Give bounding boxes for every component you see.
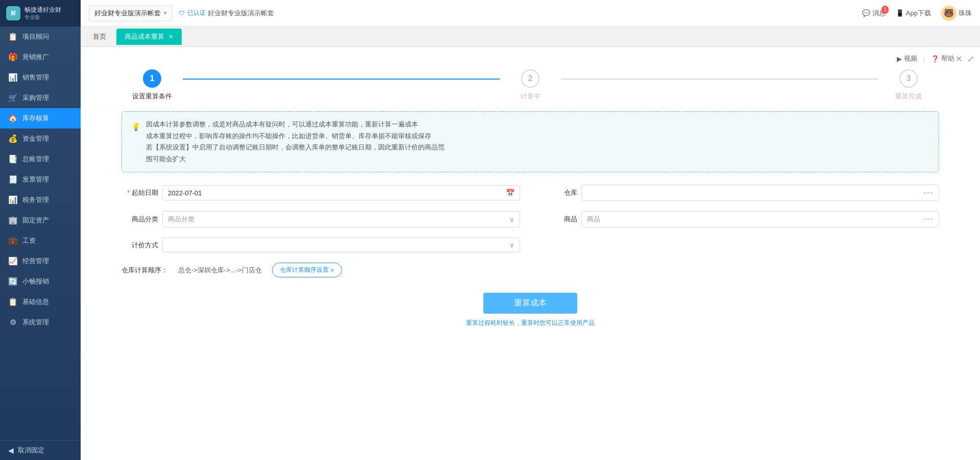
sidebar-label-assets: 固定资产 [22,216,49,225]
start-date-value: 2022-07-01 [168,189,506,197]
sidebar-label-marketing: 营销推广 [22,53,49,62]
pricing-chevron-icon: ∨ [509,241,514,249]
shield-icon: 🛡 [179,10,185,17]
calendar-icon[interactable]: 📅 [506,189,514,197]
sidebar-item-sales[interactable]: 📊 销售管理 [0,67,81,88]
start-date-label: 起始日期 [121,188,162,197]
sidebar-icon-marketing: 🎁 [8,53,17,62]
video-link[interactable]: ▶ 视频 [897,54,917,63]
message-icon: 💬 [862,9,870,17]
sidebar-label-invoice: 发票管理 [22,175,49,184]
sidebar-icon-inventory: 🏠 [8,114,17,123]
category-placeholder: 商品分类 [168,215,194,224]
step-2-circle: 2 [521,69,540,88]
sidebar-item-ops[interactable]: 📈 经营管理 [0,251,81,271]
sidebar-item-assets[interactable]: 🏢 固定资产 [0,210,81,231]
product-input[interactable]: 商品 ··· [581,211,939,227]
sidebar-item-marketing[interactable]: 🎁 营销推广 [0,47,81,67]
sidebar: 财 畅捷通好业财 专业版 📋 项目顾问 🎁 营销推广 📊 销售管理 🛒 采购管理… [0,0,81,460]
sidebar-icon-payroll: 💼 [8,236,17,245]
pricing-select[interactable]: ∨ [162,238,520,252]
sidebar-icon-tax: 📊 [8,195,17,205]
sidebar-icon-finance: 💰 [8,134,17,143]
notification-badge: 1 [881,6,889,14]
sidebar-item-tax[interactable]: 📊 税务管理 [0,190,81,210]
topbar-actions: 💬 消息 1 📱 App下载 🐻 珠珠 [862,6,972,21]
close-window-button[interactable]: ✕ [955,54,962,64]
user-name: 珠珠 [959,9,972,18]
verified-text: 已认证 [187,9,206,17]
help-label: 帮助 [941,54,954,63]
unpin-label: 取消固定 [18,446,44,455]
tab-home[interactable]: 首页 [85,29,114,45]
app-download-label: App下载 [906,9,931,18]
app-download-button[interactable]: 📱 App下载 [896,9,931,18]
sidebar-label-finance: 资金管理 [22,134,49,143]
expand-window-button[interactable]: ⤢ [967,54,974,64]
warehouse-order-row: 仓库计算顺序： 总仓->深圳仓库->...->门店仓 仓库计算顺序设置 > [121,263,939,277]
step-connector-1 [183,79,500,80]
step-1: 1 设置重算条件 [121,69,183,101]
start-date-input[interactable]: 2022-07-01 📅 [162,185,520,200]
form-row-1: 起始日期 2022-07-01 📅 仓库 ··· [121,185,939,201]
form-row-3: 计价方式 ∨ [121,238,939,252]
sidebar-icon-invoice: 🧾 [8,175,17,184]
warehouse-input[interactable]: ··· [581,185,939,201]
sidebar-item-project[interactable]: 📋 项目顾问 [0,27,81,47]
help-link[interactable]: ❓ 帮助 [931,54,954,63]
product-label: 商品 [541,215,581,224]
account-selector-chevron: ▾ [164,10,167,16]
recalculate-button[interactable]: 重算成本 [483,293,577,314]
warehouse-field: 仓库 ··· [541,185,939,201]
start-date-field: 起始日期 2022-07-01 📅 [121,185,520,200]
app-logo-icon: 财 [6,6,20,20]
sidebar-label-expense: 小畅报销 [22,277,49,286]
sidebar-icon-ledger: 📑 [8,155,17,164]
sidebar-label-system: 系统管理 [22,318,49,327]
sidebar-label-ledger: 总账管理 [22,155,49,164]
sidebar-item-inventory[interactable]: 🏠 库存核算 [0,108,81,129]
category-select[interactable]: 商品分类 ∨ [162,211,520,227]
sidebar-label-inventory: 库存核算 [22,114,49,123]
sidebar-icon-purchase: 🛒 [8,93,17,103]
tab-recalc[interactable]: 商品成本重算 ✕ [116,29,182,45]
category-chevron-icon: ∨ [509,216,514,223]
sidebar-icon-expense: 🔄 [8,277,17,286]
sidebar-label-payroll: 工资 [22,236,36,245]
tab-recalc-close[interactable]: ✕ [168,33,174,40]
step-2: 2 计算中 [500,69,561,101]
window-controls: ✕ ⤢ [955,54,974,64]
sidebar-item-ledger[interactable]: 📑 总账管理 [0,149,81,169]
tabbar: 首页 商品成本重算 ✕ [81,27,980,47]
product-dots-icon: ··· [924,215,934,224]
sidebar-item-invoice[interactable]: 🧾 发票管理 [0,169,81,190]
sidebar-item-basic[interactable]: 📋 基础信息 [0,292,81,312]
sidebar-label-ops: 经营管理 [22,257,49,266]
sidebar-item-system[interactable]: ⚙ 系统管理 [0,312,81,333]
sidebar-item-payroll[interactable]: 💼 工资 [0,231,81,251]
topbar: 好业财专业版演示帐套 ▾ 🛡 已认证 好业财专业版演示帐套 💬 消息 1 📱 A… [81,0,980,27]
warehouse-label: 仓库 [541,188,581,197]
sidebar-label-sales: 销售管理 [22,73,49,82]
sidebar-item-finance[interactable]: 💰 资金管理 [0,129,81,149]
account-selector[interactable]: 好业财专业版演示帐套 ▾ [89,5,173,21]
sidebar-icon-assets: 🏢 [8,216,17,225]
content-top-actions: ▶ 视频 | ❓ 帮助 [897,54,954,63]
warehouse-dots-icon: ··· [924,188,934,197]
info-text: 因成本计算参数调整，或是对商品成本有疑问时，可以通过成本重算功能，重新计算一遍成… [146,119,445,165]
user-avatar: 🐻 [941,6,957,21]
pricing-label: 计价方式 [121,241,162,250]
warehouse-order-label: 仓库计算顺序： [121,266,172,275]
sidebar-unpin-button[interactable]: ◀ 取消固定 [0,440,81,460]
message-button[interactable]: 💬 消息 1 [862,9,886,18]
topbar-account-name: 好业财专业版演示帐套 [208,9,274,18]
warehouse-order-settings-button[interactable]: 仓库计算顺序设置 > [272,263,342,277]
sidebar-item-purchase[interactable]: 🛒 采购管理 [0,88,81,108]
phone-icon: 📱 [896,9,904,17]
sidebar-icon-sales: 📊 [8,73,17,82]
sidebar-item-expense[interactable]: 🔄 小畅报销 [0,271,81,292]
user-profile-button[interactable]: 🐻 珠珠 [941,6,972,21]
sidebar-icon-basic: 📋 [8,297,17,306]
step-3-label: 重算完成 [895,92,922,101]
tab-recalc-label: 商品成本重算 [125,32,164,41]
